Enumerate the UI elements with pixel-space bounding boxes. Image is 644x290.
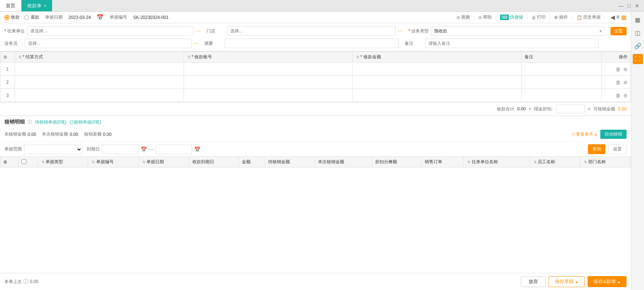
sort-staff-icon[interactable]: ⇅ (534, 160, 537, 164)
note-field: 备注 (405, 39, 599, 48)
staff-input[interactable] (25, 39, 192, 48)
discount-input[interactable] (556, 105, 585, 113)
date-dash: — (149, 147, 153, 152)
done-label: 已核销单据(0笔) (70, 119, 101, 125)
row3-settlement[interactable] (15, 89, 184, 102)
section-info-icon[interactable]: ⓘ (28, 119, 32, 125)
print-action[interactable]: 🖨 打印 (531, 14, 546, 20)
due-to-input[interactable]: 2022-04-12 (156, 145, 192, 154)
radio-receive-dot (4, 15, 9, 20)
calendar-icon[interactable]: 📅 (97, 14, 104, 21)
row1-settlement[interactable] (15, 63, 184, 76)
shortcut-action[interactable]: ⌨ 快捷键 (500, 14, 523, 20)
select-all-checkbox[interactable] (21, 159, 26, 164)
filter-row: 单据范围 到期日 2022-04-01 📅 — 2022-04-12 📅 查询 … (0, 142, 631, 156)
grid-view-icon[interactable]: ▦ (621, 14, 627, 21)
due-from-calendar-icon[interactable]: 📅 (141, 146, 147, 152)
staff-more-icon[interactable]: ··· (194, 40, 199, 47)
query-button[interactable]: 查询 (588, 144, 605, 154)
row1-account[interactable] (184, 63, 353, 76)
history-action[interactable]: 📋 历史单据 (577, 14, 601, 20)
row1-amount[interactable] (353, 63, 522, 76)
radio-refund[interactable]: 退款 (24, 14, 39, 20)
row3-copy-icon[interactable]: ⊕ (623, 93, 628, 98)
row1-copy-icon[interactable]: ⊕ (623, 66, 628, 72)
col-number-header: ⇅ 单据编号 (88, 157, 139, 168)
col-amount-header: ⇅ * 收款金额 (353, 52, 522, 63)
set-button[interactable]: 设置 (608, 144, 627, 154)
staff-field: 业务员 ··· (4, 39, 199, 48)
table-settings-gear-icon[interactable]: ⚙ (3, 55, 7, 60)
sort-type-icon[interactable]: ⇅ (42, 160, 44, 164)
col-bottom-settings[interactable]: ⚙ (0, 157, 19, 168)
this-order-label: 本单上次 (4, 279, 22, 285)
operation-action[interactable]: ⚙ 操作 (554, 14, 568, 20)
sidebar-link-icon[interactable]: 🔗 (633, 41, 643, 51)
list-view-icon[interactable]: ≡ (616, 14, 620, 21)
row2-account[interactable] (184, 76, 353, 89)
row1-note[interactable] (521, 63, 601, 76)
row3-delete-icon[interactable]: 🗑 (616, 93, 621, 98)
range-label: 单据范围 (4, 146, 22, 152)
row2-amount[interactable] (353, 76, 522, 89)
top-toolbar: 收款 退款 单据日期 2023-03-24 📅 单据编号 SK-20230324… (0, 12, 631, 23)
done-tab[interactable]: 已核销单据(0笔) (70, 119, 101, 125)
more-conditions[interactable]: ▽ 更多条件 ∧ (572, 131, 597, 137)
radio-receive[interactable]: 收款 (4, 14, 20, 20)
save-new-button[interactable]: 保存&新增 ▲ (588, 276, 627, 287)
save-draft-label: 保存草稿 (555, 278, 574, 285)
col-dept-header: ⇅ 部门名称 (580, 157, 631, 168)
tab-home[interactable]: 首页 (0, 0, 21, 11)
radio-refund-label: 退款 (31, 14, 39, 20)
col-account-header: ⇅ * 收款账号 (184, 52, 353, 63)
counterpart-more-icon[interactable]: ··· (196, 28, 200, 34)
business-type-select-wrapper[interactable]: 预收款 ▼ (431, 26, 605, 36)
sort-settlement-icon[interactable]: ⇅ (19, 55, 21, 59)
save-new-label: 保存&新增 (593, 278, 616, 285)
sort-date-icon[interactable]: ⇅ (142, 160, 145, 164)
sort-counterpart-icon[interactable]: ⇅ (467, 160, 470, 164)
row3-amount[interactable] (353, 89, 522, 102)
maximize-button[interactable]: □ (627, 3, 632, 8)
sort-dept-icon[interactable]: ⇅ (584, 160, 587, 164)
sort-account-icon[interactable]: ⇅ (188, 55, 191, 59)
range-select[interactable] (24, 145, 82, 154)
counterpart-input[interactable] (27, 26, 193, 36)
row3-account[interactable] (184, 89, 353, 102)
sidebar-doc-icon[interactable]: ◫ (633, 28, 643, 38)
video-action[interactable]: ⊙ 视频 (456, 14, 470, 20)
prev-view-icon[interactable]: ◀ (610, 14, 615, 21)
summary-input[interactable] (225, 39, 398, 48)
due-to-calendar-icon[interactable]: 📅 (194, 146, 200, 152)
footer-info-icon[interactable]: ⓘ (23, 278, 28, 285)
note-input[interactable] (425, 39, 599, 48)
row2-copy-icon[interactable]: ⊕ (623, 79, 628, 85)
abandon-button[interactable]: 放弃 (521, 276, 546, 287)
store-input[interactable] (227, 26, 396, 36)
sidebar-expand-icon[interactable]: ⛶ (633, 54, 643, 64)
sort-amount-icon[interactable]: ⇅ (356, 55, 359, 59)
due-date-field: 到期日 2022-04-01 📅 — 2022-04-12 📅 (87, 145, 200, 154)
col-settings-header[interactable]: ⚙ (0, 52, 15, 63)
due-from-input[interactable]: 2022-04-01 (102, 145, 138, 154)
col-checkbox-header[interactable] (18, 157, 38, 168)
tab-active[interactable]: 收款单 × (21, 0, 52, 11)
footer: 本单上次 ⓘ 0.00 放弃 保存草稿 ▲ 保存&新增 ▲ (0, 273, 631, 290)
store-more-icon[interactable]: ··· (398, 28, 402, 34)
row2-note[interactable] (521, 76, 601, 89)
minimize-button[interactable]: — (619, 3, 624, 8)
row2-delete-icon[interactable]: 🗑 (616, 79, 621, 85)
sidebar-table-icon[interactable]: ▦ (633, 15, 643, 25)
close-button[interactable]: ✕ (635, 3, 640, 8)
row3-note[interactable] (521, 89, 601, 102)
auto-verify-button[interactable]: 自动核销 (600, 130, 627, 139)
row2-settlement[interactable] (15, 76, 184, 89)
pending-tab[interactable]: 待核销单据(0笔) (35, 119, 67, 125)
help-action[interactable]: ⊙ 帮助 (478, 14, 492, 20)
tab-close-icon[interactable]: × (44, 3, 46, 8)
sort-number-icon[interactable]: ⇅ (92, 160, 95, 164)
shortcut-icon: ⌨ (500, 15, 509, 20)
save-draft-button[interactable]: 保存草稿 ▲ (549, 276, 585, 287)
settings-button[interactable]: 设置 (610, 27, 627, 35)
row1-delete-icon[interactable]: 🗑 (616, 66, 621, 72)
